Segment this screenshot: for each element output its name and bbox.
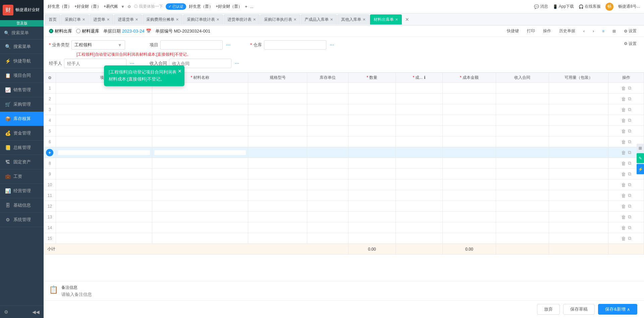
operate-btn[interactable]: 操作 (541, 28, 553, 35)
topbar-ellipsis[interactable]: ... (250, 4, 253, 9)
cell-amount-4[interactable] (443, 115, 496, 126)
nav-next-btn[interactable]: › (591, 28, 596, 34)
user-name[interactable]: 畅捷通8号... (618, 4, 640, 9)
tab-purchase_stat[interactable]: 采购订单统计表✕ (183, 14, 223, 24)
tab-close-inbound_return[interactable]: ✕ (135, 17, 138, 22)
cell-cost-14[interactable] (395, 222, 443, 233)
cell-available-2[interactable] (549, 94, 608, 104)
delete-icon-6[interactable]: 🗑 (621, 139, 626, 145)
tab-material_out[interactable]: 材料出库单✕ (370, 14, 402, 24)
input-item-7[interactable] (58, 150, 150, 155)
cell-contract-9[interactable] (496, 169, 549, 179)
cell-amount-12[interactable] (443, 201, 496, 212)
collapse-icon[interactable]: ◀◀ (32, 309, 40, 315)
tab-inbound_stat[interactable]: 进货单统计表✕ (224, 14, 260, 24)
user-avatar[interactable]: 畅 (605, 3, 613, 11)
radio-material-out[interactable]: 材料出库 (49, 28, 72, 34)
cell-qty-4[interactable] (348, 115, 396, 126)
sidebar-item-inventory[interactable]: 📦库存核算 (0, 112, 44, 126)
sidebar-item-purchase[interactable]: 🛒采购管理 (0, 97, 44, 112)
topbar-right-link-1[interactable]: 好生意（普） (189, 4, 213, 9)
cell-amount-10[interactable] (443, 179, 496, 190)
cell-spec-3[interactable] (248, 104, 307, 115)
cell-material-4[interactable] (152, 115, 248, 126)
cell-amount-2[interactable] (443, 94, 496, 104)
quick-key-btn[interactable]: 快捷键 (505, 28, 521, 35)
cell-material-9[interactable] (152, 169, 248, 179)
cell-available-7[interactable] (549, 147, 608, 158)
sidebar-item-payroll[interactable]: 💼工资 (0, 169, 44, 184)
notes-input[interactable] (61, 292, 639, 297)
cell-spec-5[interactable] (248, 126, 307, 137)
cell-material-15[interactable] (152, 233, 248, 244)
cell-spec-1[interactable] (248, 83, 307, 94)
cell-available-8[interactable] (549, 158, 608, 169)
cell-spec-10[interactable] (248, 179, 307, 190)
list-view-btn[interactable]: ≡ (600, 28, 606, 34)
cell-cost-1[interactable] (395, 83, 443, 94)
cell-spec-11[interactable] (248, 190, 307, 201)
tooltip-close-btn[interactable]: ✕ (178, 67, 182, 75)
tab-close-purchase_stat[interactable]: ✕ (216, 17, 219, 22)
cell-qty-5[interactable] (348, 126, 396, 137)
cell-contract-15[interactable] (496, 233, 549, 244)
copy-icon-3[interactable]: ⧉ (628, 107, 631, 112)
tab-close-purchase_exec[interactable]: ✕ (293, 17, 297, 22)
cell-cost-5[interactable] (395, 126, 443, 137)
cell-qty-14[interactable] (348, 222, 396, 233)
tab-inbound_return[interactable]: 进退货单✕ (114, 14, 142, 24)
cell-contract-1[interactable] (496, 83, 549, 94)
topbar-link-2[interactable]: +好业财（普） (74, 4, 101, 9)
cell-item-10[interactable] (56, 179, 152, 190)
cell-qty-1[interactable] (348, 83, 396, 94)
sidebar-item-quick[interactable]: ⚡快捷导航 (0, 54, 44, 68)
cell-material-7[interactable] (152, 147, 248, 158)
cell-qty-2[interactable] (348, 94, 396, 104)
cell-spec-6[interactable] (248, 137, 307, 147)
cell-available-9[interactable] (549, 169, 608, 179)
cell-item-12[interactable] (56, 201, 152, 212)
tab-purchase_exec[interactable]: 采购订单执行表✕ (260, 14, 300, 24)
discard-button[interactable]: 放弃 (537, 304, 560, 315)
cell-amount-9[interactable] (443, 169, 496, 179)
save-new-button[interactable]: 保存&新增 ∧ (598, 304, 637, 315)
cell-item-14[interactable] (56, 222, 152, 233)
copy-icon-13[interactable]: ⧉ (628, 214, 631, 220)
cell-unit-15[interactable] (307, 233, 348, 244)
delete-icon-3[interactable]: 🗑 (621, 107, 626, 112)
cell-unit-9[interactable] (307, 169, 348, 179)
delete-icon-8[interactable]: 🗑 (621, 161, 626, 166)
cell-available-6[interactable] (549, 137, 608, 147)
topbar-trial[interactable]: ◎ 我要体验一下 (134, 4, 163, 9)
cell-qty-3[interactable] (348, 104, 396, 115)
topbar-right-link-3[interactable]: + (245, 4, 247, 9)
cell-spec-2[interactable] (248, 94, 307, 104)
cell-item-7[interactable] (56, 147, 152, 158)
sidebar-item-finance[interactable]: 💰资金管理 (0, 126, 44, 141)
copy-icon-10[interactable]: ⧉ (628, 182, 631, 188)
cell-contract-8[interactable] (496, 158, 549, 169)
sidebar-item-system[interactable]: ⚙系统管理 (0, 213, 44, 227)
delete-icon-12[interactable]: 🗑 (621, 204, 626, 209)
delete-icon-9[interactable]: 🗑 (621, 171, 626, 177)
tab-purchase_fee[interactable]: 采购费用分摊单✕ (143, 14, 182, 24)
income-contract-dots[interactable]: ··· (235, 61, 239, 66)
copy-icon-12[interactable]: ⧉ (628, 203, 631, 209)
cell-unit-6[interactable] (307, 137, 348, 147)
project-dots[interactable]: ··· (226, 42, 230, 48)
cell-item-2[interactable] (56, 94, 152, 104)
tab-close-material_out[interactable]: ✕ (395, 17, 398, 22)
cell-amount-5[interactable] (443, 126, 496, 137)
add-row-btn[interactable]: + (46, 149, 53, 156)
copy-icon-14[interactable]: ⧉ (628, 225, 631, 230)
cell-qty-13[interactable] (348, 212, 396, 222)
sidebar-item-search[interactable]: 🔍搜索菜单 (0, 40, 44, 54)
warehouse-dots[interactable]: ··· (330, 42, 334, 48)
cell-cost-7[interactable] (395, 147, 443, 158)
delete-icon-11[interactable]: 🗑 (621, 193, 626, 198)
cell-available-15[interactable] (549, 233, 608, 244)
sidebar-item-base[interactable]: 🗄基础信息 (0, 198, 44, 213)
cell-amount-15[interactable] (443, 233, 496, 244)
cell-contract-4[interactable] (496, 115, 549, 126)
copy-icon-9[interactable]: ⧉ (628, 171, 631, 177)
